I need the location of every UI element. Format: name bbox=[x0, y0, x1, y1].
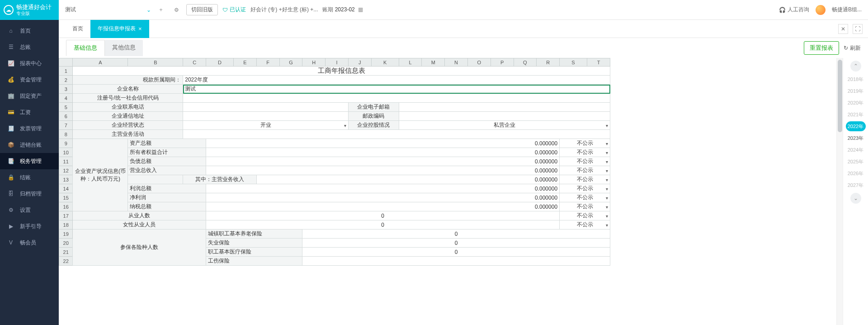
row-header[interactable]: 11 bbox=[59, 157, 73, 166]
cell[interactable]: 不公示 bbox=[560, 211, 610, 220]
disclose-dropdown[interactable]: 不公示 bbox=[560, 166, 610, 175]
row-header[interactable]: 18 bbox=[59, 220, 73, 229]
cell[interactable] bbox=[399, 112, 610, 121]
year-up-button[interactable]: ⌃ bbox=[850, 61, 861, 72]
cell[interactable]: 0.000000 bbox=[206, 139, 560, 148]
sidebar-item-asset[interactable]: 🏢固定资产 bbox=[0, 88, 59, 104]
col-header[interactable]: J bbox=[348, 58, 371, 67]
support-link[interactable]: 🎧 人工咨询 bbox=[779, 6, 809, 14]
period[interactable]: 账期 2023-02 ▦ bbox=[322, 6, 363, 14]
company-selector[interactable]: 测试 ⌄ bbox=[65, 6, 151, 14]
sidebar-item-home[interactable]: ⌂首页 bbox=[0, 23, 59, 39]
cell[interactable]: 0.000000 bbox=[206, 157, 560, 166]
disclose-dropdown[interactable]: 不公示 bbox=[560, 139, 610, 148]
row-header[interactable]: 10 bbox=[59, 148, 73, 157]
vertical-scrollbar[interactable] bbox=[836, 58, 843, 325]
subtab-1[interactable]: 其他信息 bbox=[105, 40, 143, 56]
sidebar-item-funds[interactable]: 💰资金管理 bbox=[0, 72, 59, 88]
status-dropdown[interactable]: 开业 bbox=[183, 121, 349, 130]
row-header[interactable]: 13 bbox=[59, 175, 73, 184]
col-header[interactable]: T bbox=[587, 58, 610, 67]
row-header[interactable]: 8 bbox=[59, 130, 73, 139]
cell[interactable]: 0.000000 bbox=[256, 175, 559, 184]
row-header[interactable]: 2 bbox=[59, 76, 73, 85]
add-button[interactable]: ＋ bbox=[156, 5, 166, 15]
sidebar-item-settings[interactable]: ⚙设置 bbox=[0, 202, 59, 218]
sidebar-item-vip[interactable]: V畅会员 bbox=[0, 234, 59, 251]
tab-1[interactable]: 年报信息申报表× bbox=[90, 20, 149, 38]
spreadsheet[interactable]: ABCDEFGHIJKLMNOPQRST1工商年报信息表2税款所属期间：2022… bbox=[59, 58, 836, 325]
cell[interactable]: 0 bbox=[206, 211, 560, 220]
gear-icon[interactable]: ⚙ bbox=[171, 5, 182, 15]
col-header[interactable]: G bbox=[279, 58, 302, 67]
col-header[interactable]: A bbox=[73, 58, 128, 67]
row-header[interactable]: 22 bbox=[59, 257, 73, 266]
row-header[interactable]: 7 bbox=[59, 121, 73, 130]
disclose-dropdown[interactable]: 不公示 bbox=[560, 157, 610, 166]
year-2022年[interactable]: 2022年 bbox=[846, 121, 866, 131]
year-2023年[interactable]: 2023年 bbox=[846, 133, 866, 143]
row-header[interactable]: 16 bbox=[59, 202, 73, 211]
brand-logo[interactable]: ☁ 畅捷通好会计 专业版 bbox=[0, 0, 59, 20]
fullscreen-button[interactable]: ⛶ bbox=[853, 24, 863, 34]
disclose-dropdown[interactable]: 不公示 bbox=[560, 175, 610, 184]
col-header[interactable]: C bbox=[183, 58, 206, 67]
refresh-button[interactable]: ↻ 刷新 bbox=[844, 44, 861, 52]
disclose-dropdown[interactable]: 不公示 bbox=[560, 202, 610, 211]
row-header[interactable]: 6 bbox=[59, 112, 73, 121]
sidebar-item-tax[interactable]: 📑税务管理 bbox=[0, 153, 59, 169]
disclose-dropdown[interactable]: 不公示 bbox=[560, 193, 610, 202]
col-header[interactable]: H bbox=[302, 58, 326, 67]
col-header[interactable]: I bbox=[326, 58, 349, 67]
col-header[interactable]: L bbox=[399, 58, 422, 67]
row-header[interactable]: 21 bbox=[59, 248, 73, 257]
col-header[interactable]: F bbox=[256, 58, 279, 67]
year-down-button[interactable]: ⌄ bbox=[850, 193, 861, 204]
cell[interactable]: 0 bbox=[206, 220, 560, 229]
cell[interactable]: 不公示 bbox=[560, 220, 610, 229]
row-header[interactable]: 12 bbox=[59, 166, 73, 175]
disclose-dropdown[interactable]: 不公示 bbox=[560, 148, 610, 157]
row-header[interactable]: 20 bbox=[59, 239, 73, 248]
cell[interactable]: 0.000000 bbox=[206, 202, 560, 211]
user-name[interactable]: 畅捷通B组... bbox=[832, 6, 862, 14]
cell[interactable] bbox=[183, 130, 610, 139]
col-header[interactable]: M bbox=[422, 58, 445, 67]
sidebar-item-archive[interactable]: 🗄归档管理 bbox=[0, 186, 59, 202]
row-header[interactable]: 3 bbox=[59, 85, 73, 94]
cell[interactable]: 0 bbox=[302, 239, 610, 248]
reg-no-value[interactable] bbox=[183, 94, 610, 103]
cell[interactable]: 0.000000 bbox=[206, 148, 560, 157]
tab-0[interactable]: 首页 bbox=[65, 20, 90, 38]
sidebar-item-guide[interactable]: ▶新手引导 bbox=[0, 218, 59, 234]
cell[interactable] bbox=[399, 103, 610, 112]
cell[interactable]: 0 bbox=[302, 229, 610, 239]
sidebar-item-inventory[interactable]: 📦进销台账 bbox=[0, 137, 59, 153]
avatar[interactable] bbox=[816, 5, 826, 15]
row-header[interactable]: 15 bbox=[59, 193, 73, 202]
col-header[interactable] bbox=[59, 58, 73, 67]
col-header[interactable]: D bbox=[206, 58, 234, 67]
cell[interactable]: 0.000000 bbox=[206, 184, 560, 193]
row-header[interactable]: 14 bbox=[59, 184, 73, 193]
col-header[interactable]: P bbox=[491, 58, 514, 67]
row-header[interactable]: 5 bbox=[59, 103, 73, 112]
switch-old-button[interactable]: 切回旧版 bbox=[186, 4, 218, 15]
disclose-dropdown[interactable]: 不公示 bbox=[560, 184, 610, 193]
col-header[interactable]: K bbox=[371, 58, 399, 67]
row-header[interactable]: 1 bbox=[59, 67, 73, 76]
col-header[interactable]: R bbox=[537, 58, 560, 67]
col-header[interactable]: N bbox=[445, 58, 468, 67]
cell[interactable]: 0.000000 bbox=[206, 193, 560, 202]
close-all-tabs-button[interactable]: ✕ bbox=[838, 24, 848, 34]
sidebar-item-chart[interactable]: 📈报表中心 bbox=[0, 55, 59, 72]
subtab-0[interactable]: 基础信息 bbox=[66, 40, 105, 56]
close-icon[interactable]: × bbox=[138, 25, 142, 32]
sidebar-item-salary[interactable]: 💳工资 bbox=[0, 104, 59, 120]
col-header[interactable]: B bbox=[128, 58, 183, 67]
sidebar-item-close-books[interactable]: 🔒结账 bbox=[0, 169, 59, 186]
sidebar-item-invoice[interactable]: 🧾发票管理 bbox=[0, 120, 59, 137]
row-header[interactable]: 19 bbox=[59, 229, 73, 239]
col-header[interactable]: S bbox=[560, 58, 587, 67]
row-header[interactable]: 4 bbox=[59, 94, 73, 103]
